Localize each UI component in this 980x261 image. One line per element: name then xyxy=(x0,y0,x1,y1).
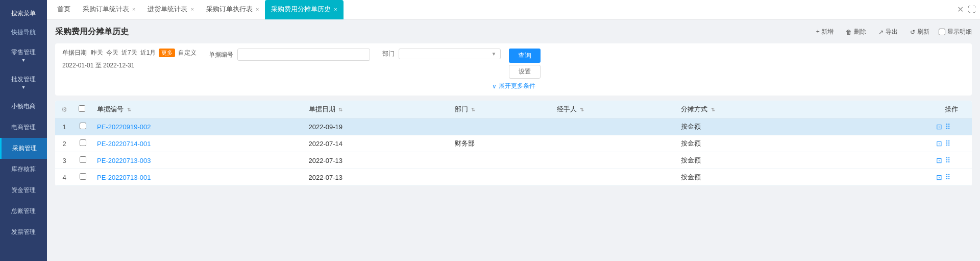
col-header-dept: 部门 ⇅ xyxy=(450,101,552,118)
sort-icon: ⇅ xyxy=(711,107,715,112)
date-filter-col: 单据日期 昨天 今天 近7天 近1月 更多 自定义 2022-01-01 至 2… xyxy=(62,49,197,70)
edit-icon[interactable]: ⊡ xyxy=(936,139,942,148)
sidebar-item-invoice[interactable]: 发票管理 xyxy=(0,222,47,243)
sidebar-item-quicknav[interactable]: 快捷导航 xyxy=(0,23,47,42)
chevron-down-icon: ∨ xyxy=(492,83,497,90)
chevron-down-icon: ▼ xyxy=(21,85,26,90)
edit-icon[interactable]: ⊡ xyxy=(936,173,942,181)
doc-date-cell: 2022-09-19 xyxy=(304,118,450,135)
ops-cell: ⊡ ⠿ xyxy=(931,169,972,186)
dept-label: 部门 xyxy=(382,50,395,58)
row-checkbox-cell xyxy=(74,118,92,135)
row-checkbox-cell xyxy=(74,135,92,152)
close-icon[interactable]: × xyxy=(132,6,135,12)
dept-select[interactable]: ▼ xyxy=(399,49,501,59)
row-checkbox[interactable] xyxy=(80,123,86,129)
tab-goods-stats[interactable]: 进货单统计表 × xyxy=(141,0,200,19)
ops-cell: ⊡ ⠿ xyxy=(931,152,972,169)
filter-main-row: 单据日期 昨天 今天 近7天 近1月 更多 自定义 2022-01-01 至 2… xyxy=(62,49,965,79)
main-content: 首页 采购订单统计表 × 进货单统计表 × 采购订单执行表 × 采购费用分摊单历… xyxy=(47,0,980,261)
date-shortcuts: 昨天 今天 近7天 近1月 更多 自定义 xyxy=(91,49,197,57)
delete-icon: 🗑 xyxy=(846,29,852,36)
show-cols-checkbox[interactable] xyxy=(939,29,945,35)
delete-button[interactable]: 🗑 删除 xyxy=(843,26,869,38)
edit-icon[interactable]: ⊡ xyxy=(936,156,942,164)
table-settings-icon[interactable]: ⚙ xyxy=(61,106,67,113)
split-method-cell: 按金额 xyxy=(676,118,931,135)
more-ops-icon[interactable]: ⠿ xyxy=(945,173,950,181)
doc-no-link[interactable]: PE-20220714-001 xyxy=(92,135,304,152)
sort-icon: ⇅ xyxy=(471,107,475,112)
sidebar-item-ledger[interactable]: 总账管理 xyxy=(0,201,47,222)
setting-button[interactable]: 设置 xyxy=(509,65,541,79)
doc-date-cell: 2022-07-13 xyxy=(304,152,450,169)
close-all-icon[interactable]: ✕ xyxy=(957,5,964,14)
query-button[interactable]: 查询 xyxy=(509,49,541,63)
yesterday-btn[interactable]: 昨天 xyxy=(91,49,103,57)
1month-btn[interactable]: 近1月 xyxy=(140,49,156,57)
select-all-checkbox[interactable] xyxy=(79,105,85,112)
split-method-cell: 按金额 xyxy=(676,169,931,186)
tab-bar: 首页 采购订单统计表 × 进货单统计表 × 采购订单执行表 × 采购费用分摊单历… xyxy=(47,0,980,19)
7days-btn[interactable]: 近7天 xyxy=(121,49,137,57)
new-button[interactable]: + 新增 xyxy=(813,26,837,38)
date-range-display: 2022-01-01 至 2022-12-31 xyxy=(62,61,197,70)
table-row: 1 PE-20220919-002 2022-09-19 按金额 ⊡ ⠿ xyxy=(55,118,972,135)
custom-btn[interactable]: 自定义 xyxy=(178,49,197,57)
sidebar-item-retail[interactable]: 零售管理 ▼ xyxy=(0,42,47,69)
data-table: ⚙ 单据编号 ⇅ 单据日期 ⇅ xyxy=(55,101,972,186)
doc-no-link[interactable]: PE-20220713-003 xyxy=(92,152,304,169)
more-ops-icon[interactable]: ⠿ xyxy=(945,123,950,131)
expand-more-btn[interactable]: ∨ 展开更多条件 xyxy=(62,82,965,90)
export-icon: ↗ xyxy=(878,29,884,36)
today-btn[interactable]: 今天 xyxy=(106,49,118,57)
split-method-cell: 按金额 xyxy=(676,152,931,169)
refresh-button[interactable]: ↺ 刷新 xyxy=(907,26,933,38)
col-header-split: 分摊方式 ⇅ xyxy=(676,101,931,118)
more-ops-icon[interactable]: ⠿ xyxy=(945,139,950,148)
row-num: 4 xyxy=(55,169,74,186)
handler-cell xyxy=(552,152,676,169)
tab-purchase-stats[interactable]: 采购订单统计表 × xyxy=(77,0,141,19)
close-icon[interactable]: × xyxy=(334,6,337,12)
more-btn[interactable]: 更多 xyxy=(159,49,175,57)
sidebar-item-search[interactable]: 搜索菜单 xyxy=(0,4,47,23)
ops-cell: ⊡ ⠿ xyxy=(931,118,972,135)
header-actions: + 新增 🗑 删除 ↗ 导出 ↺ 刷新 显示明细 xyxy=(813,26,972,38)
query-btns-col: 查询 设置 xyxy=(509,49,541,79)
docno-input[interactable] xyxy=(237,49,370,61)
page-title: 采购费用分摊单历史 xyxy=(55,27,129,37)
table-row: 3 PE-20220713-003 2022-07-13 按金额 ⊡ ⠿ xyxy=(55,152,972,169)
close-icon[interactable]: × xyxy=(190,6,193,12)
refresh-icon: ↺ xyxy=(910,29,915,36)
close-icon[interactable]: × xyxy=(256,6,259,12)
sidebar-item-finance[interactable]: 资金管理 xyxy=(0,180,47,201)
tab-purchase-exec[interactable]: 采购订单执行表 × xyxy=(200,0,265,19)
edit-icon[interactable]: ⊡ xyxy=(936,123,942,131)
docno-filter-col: 单据编号 xyxy=(209,49,370,61)
row-checkbox[interactable] xyxy=(80,173,86,180)
sidebar-item-wholesale[interactable]: 批发管理 ▼ xyxy=(0,69,47,96)
doc-date-cell: 2022-07-13 xyxy=(304,169,450,186)
show-cols-toggle[interactable]: 显示明细 xyxy=(939,28,972,36)
tab-purchase-cost-history[interactable]: 采购费用分摊单历史 × xyxy=(265,0,343,19)
col-header-docdate: 单据日期 ⇅ xyxy=(304,101,450,118)
dept-cell xyxy=(450,169,552,186)
sidebar-item-ecommerce-small[interactable]: 小畅电商 xyxy=(0,96,47,117)
doc-no-link[interactable]: PE-20220919-002 xyxy=(92,118,304,135)
table-row: 2 PE-20220714-001 2022-07-14 财务部 按金额 ⊡ xyxy=(55,135,972,152)
more-ops-icon[interactable]: ⠿ xyxy=(945,156,950,164)
sidebar-item-purchase[interactable]: 采购管理 xyxy=(0,138,47,159)
export-button[interactable]: ↗ 导出 xyxy=(875,26,901,38)
col-header-docno: 单据编号 ⇅ xyxy=(92,101,304,118)
filter-section: 单据日期 昨天 今天 近7天 近1月 更多 自定义 2022-01-01 至 2… xyxy=(55,43,972,96)
page-content: 采购费用分摊单历史 + 新增 🗑 删除 ↗ 导出 ↺ 刷新 显示明细 xyxy=(47,19,980,261)
tab-home[interactable]: 首页 xyxy=(51,0,77,19)
row-checkbox[interactable] xyxy=(80,139,86,146)
sidebar-item-inventory[interactable]: 库存核算 xyxy=(0,159,47,180)
row-checkbox[interactable] xyxy=(80,156,86,163)
maximize-icon[interactable]: ⛶ xyxy=(968,5,976,14)
sidebar-item-ecommerce[interactable]: 电商管理 xyxy=(0,117,47,138)
doc-no-link[interactable]: PE-20220713-001 xyxy=(92,169,304,186)
handler-cell xyxy=(552,135,676,152)
